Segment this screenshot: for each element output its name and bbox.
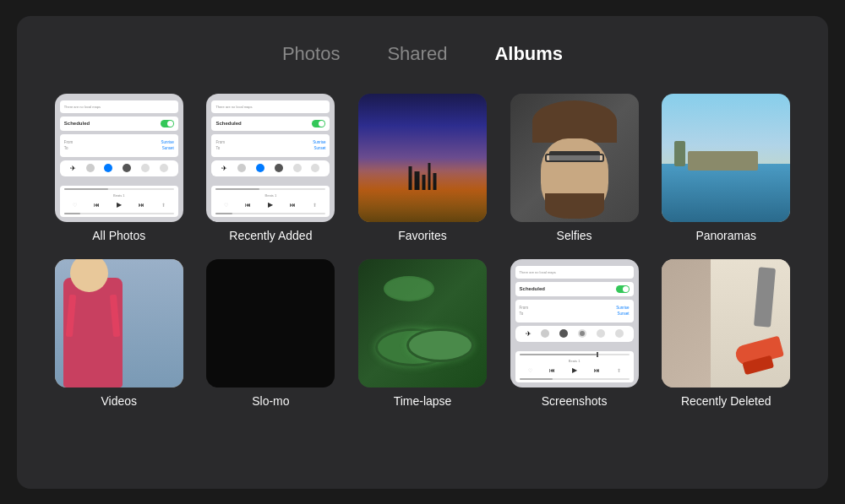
album-thumb-slo-mo bbox=[206, 259, 335, 387]
album-label-panoramas: Panoramas bbox=[695, 229, 756, 242]
album-slo-mo[interactable]: Slo-mo bbox=[203, 259, 340, 408]
album-videos[interactable]: Videos bbox=[51, 259, 188, 408]
album-thumb-screenshots: There are no local maps Scheduled From S… bbox=[510, 259, 639, 387]
album-thumb-favorites bbox=[358, 94, 487, 222]
albums-grid: There are no local maps Scheduled From S… bbox=[17, 85, 828, 433]
album-screenshots[interactable]: There are no local maps Scheduled From S… bbox=[506, 259, 643, 408]
album-label-slo-mo: Slo-mo bbox=[252, 394, 289, 408]
album-label-recently-added: Recently Added bbox=[229, 229, 312, 242]
album-label-selfies: Selfies bbox=[557, 229, 592, 242]
album-all-photos[interactable]: There are no local maps Scheduled From S… bbox=[51, 94, 188, 242]
album-time-lapse[interactable]: Time-lapse bbox=[354, 259, 491, 408]
album-label-time-lapse: Time-lapse bbox=[394, 394, 452, 408]
album-label-favorites: Favorites bbox=[398, 229, 447, 242]
album-thumb-recently-added: There are no local maps Scheduled From S… bbox=[206, 94, 335, 222]
tab-shared[interactable]: Shared bbox=[380, 40, 454, 68]
album-panoramas[interactable]: Panoramas bbox=[657, 94, 794, 242]
tv-frame: Photos Shared Albums There are no local … bbox=[17, 16, 828, 489]
album-recently-deleted[interactable]: Recently Deleted bbox=[657, 259, 794, 408]
album-favorites[interactable]: Favorites bbox=[354, 94, 491, 242]
album-thumb-selfies bbox=[510, 94, 639, 222]
tab-photos[interactable]: Photos bbox=[275, 40, 347, 68]
album-recently-added[interactable]: There are no local maps Scheduled From S… bbox=[203, 94, 340, 242]
album-thumb-time-lapse bbox=[358, 259, 487, 387]
album-label-recently-deleted: Recently Deleted bbox=[681, 394, 771, 408]
album-thumb-panoramas bbox=[662, 94, 790, 222]
album-label-all-photos: All Photos bbox=[92, 229, 145, 242]
tab-albums[interactable]: Albums bbox=[488, 40, 570, 68]
album-thumb-recently-deleted bbox=[662, 259, 790, 387]
tab-bar: Photos Shared Albums bbox=[17, 16, 828, 85]
album-label-screenshots: Screenshots bbox=[542, 394, 608, 408]
album-thumb-videos bbox=[55, 259, 183, 387]
album-selfies[interactable]: Selfies bbox=[506, 94, 643, 242]
album-thumb-all-photos: There are no local maps Scheduled From S… bbox=[55, 94, 183, 222]
album-label-videos: Videos bbox=[101, 394, 138, 408]
